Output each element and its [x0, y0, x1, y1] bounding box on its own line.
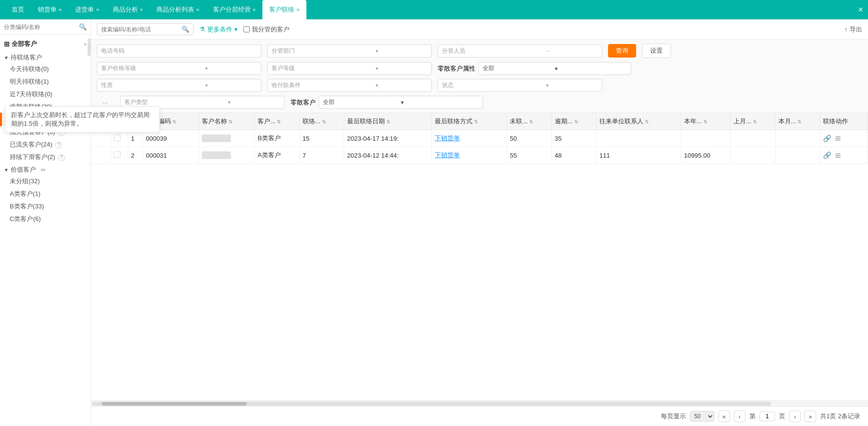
link-icon-1[interactable]: 🔗 — [823, 134, 831, 142]
next-page-btn[interactable]: › — [789, 411, 801, 422]
sidebar-search-icon[interactable]: 🔍 — [79, 23, 87, 30]
sidebar-item-declining[interactable]: 持续下滑客户(2) ? — [0, 151, 91, 163]
main-search-input[interactable] — [101, 26, 182, 33]
col-contact[interactable]: 联络... ⇅ — [299, 113, 344, 130]
sort-last-month[interactable]: ⇅ — [753, 119, 757, 124]
sort-type[interactable]: ⇅ — [277, 119, 281, 124]
filter-nature[interactable]: 性质 ▾ — [97, 79, 261, 92]
setting-btn[interactable]: 设置 — [642, 44, 671, 58]
filter-customer-type-label: 客户类型 — [124, 98, 176, 106]
nav-purchase-label: 进货单 — [75, 5, 94, 14]
col-last-method[interactable]: 最后联络方式 ⇅ — [432, 113, 507, 130]
sidebar-item-7days[interactable]: 近7天待联络(0) — [0, 88, 91, 101]
page-size-select[interactable]: 50 100 — [690, 411, 715, 422]
nav-product-analysis[interactable]: 商品分析 × — [106, 0, 150, 19]
col-this-year[interactable]: 本年... ⇅ — [681, 113, 731, 130]
sidebar-item-class-a[interactable]: A类客户(1) — [0, 188, 91, 200]
grid-action-icon-2[interactable]: ⊞ — [835, 151, 841, 159]
edit-icon-value[interactable]: ✏ — [41, 166, 46, 174]
filter-scatter-attr-value: 全部 — [483, 64, 555, 73]
filter-person[interactable]: 分管人员 ··· — [438, 44, 602, 58]
link-icon-2[interactable]: 🔗 — [823, 151, 831, 159]
nav-product-list-close[interactable]: × — [196, 7, 199, 13]
nav-customer-tier-close[interactable]: × — [253, 7, 256, 13]
sidebar-item-today[interactable]: 今天待联络(0) — [0, 63, 91, 75]
filter-price-level[interactable]: 客户价格等级 ▾ — [97, 62, 261, 75]
row-checkbox-1[interactable] — [114, 134, 121, 141]
sort-last-method[interactable]: ⇅ — [474, 119, 478, 124]
last-method-link-1[interactable]: 下销货单 — [435, 134, 460, 142]
sidebar-item-class-c[interactable]: C类客户(6) — [0, 213, 91, 225]
filter-rows-area: 电话号码 分管部门 ▾ 分管人员 ··· 查询 设置 — [91, 40, 868, 113]
col-contact-person[interactable]: 往来单位联系人 ⇅ — [596, 113, 681, 130]
main-search-icon[interactable]: 🔍 — [182, 26, 189, 33]
grid-action-icon-1[interactable]: ⊞ — [835, 134, 841, 142]
sidebar-search-input[interactable] — [4, 24, 77, 30]
sort-contact[interactable]: ⇅ — [322, 119, 326, 124]
prev-page-btn[interactable]: ‹ — [734, 411, 746, 422]
sort-overdue[interactable]: ⇅ — [574, 119, 578, 124]
cell-last-method-1[interactable]: 下销货单 — [432, 130, 507, 147]
first-page-btn[interactable]: « — [718, 411, 730, 422]
cell-last-method-2[interactable]: 下销货单 — [432, 147, 507, 164]
col-last-date[interactable]: 最后联络日期 ⇅ — [344, 113, 432, 130]
col-type[interactable]: 客户... ⇅ — [255, 113, 299, 130]
info-icon-declining[interactable]: ? — [58, 154, 65, 161]
sidebar-collapse-btn[interactable]: » — [88, 39, 91, 56]
filter-scatter-attr-select[interactable]: 全部 ▾ — [478, 62, 631, 75]
scroll-thumb[interactable] — [102, 402, 247, 406]
page-number-input[interactable] — [760, 411, 775, 421]
col-last-month[interactable]: 上月... ⇅ — [731, 113, 775, 130]
filter-scatter-customer-select[interactable]: 全部 ▾ — [319, 96, 483, 109]
col-uncontacted[interactable]: 未联... ⇅ — [507, 113, 551, 130]
nav-customer-contact-close[interactable]: × — [296, 7, 299, 13]
sidebar-item-class-b[interactable]: B类客户(33) — [0, 200, 91, 213]
my-customer-checkbox[interactable] — [244, 26, 250, 32]
sort-this-month[interactable]: ⇅ — [797, 119, 801, 124]
sidebar-section-pending[interactable]: ▼ 待联络客户 — [0, 51, 91, 63]
nav-customer-tier[interactable]: 客户分层经营 × — [206, 0, 262, 19]
sort-uncontacted[interactable]: ⇅ — [529, 119, 533, 124]
nav-purchase[interactable]: 进货单 × — [68, 0, 106, 19]
col-type-label: 客户... — [258, 117, 275, 126]
nav-purchase-close[interactable]: × — [96, 7, 99, 13]
nav-product-analysis-close[interactable]: × — [140, 7, 143, 13]
nav-product-list[interactable]: 商品分析列表 × — [150, 0, 206, 19]
filter-dept[interactable]: 分管部门 ▾ — [267, 44, 432, 58]
more-conditions-btn[interactable]: ⚗ 更多条件 ▾ — [199, 25, 238, 34]
nav-customer-contact[interactable]: 客户联络 × — [262, 0, 306, 19]
row-checkbox-2[interactable] — [114, 151, 121, 158]
window-close-btn[interactable]: × — [858, 5, 863, 15]
col-this-month[interactable]: 本月... ⇅ — [775, 113, 820, 130]
filter-payment[interactable]: 收付款条件 ▾ — [267, 79, 432, 92]
filter-row-2: 客户价格等级 ▾ 客户等级 ▾ 零散客户属性 全部 ▾ — [97, 62, 862, 75]
horizontal-scrollbar[interactable] — [91, 400, 868, 406]
export-btn[interactable]: ↑ 导出 — [845, 25, 863, 34]
last-method-link-2[interactable]: 下销货单 — [435, 151, 460, 159]
cell-name-1 — [198, 130, 254, 147]
query-btn[interactable]: 查询 — [608, 44, 636, 58]
sort-code[interactable]: ⇅ — [172, 119, 176, 124]
dots-more-filters[interactable]: ··· — [101, 99, 110, 106]
sidebar-item-unclassified[interactable]: 未分组(32) — [0, 175, 91, 188]
sidebar-item-tomorrow[interactable]: 明天待联络(1) — [0, 75, 91, 88]
info-icon-churned[interactable]: ? — [55, 142, 62, 148]
col-name[interactable]: 客户名称 ⇅ — [198, 113, 254, 130]
filter-status[interactable]: 状态 ▾ — [438, 79, 602, 92]
sort-this-year[interactable]: ⇅ — [703, 119, 707, 124]
sort-name[interactable]: ⇅ — [228, 119, 232, 124]
nav-sales-close[interactable]: × — [59, 7, 61, 13]
filter-phone[interactable]: 电话号码 — [97, 44, 261, 58]
sidebar-section-value[interactable]: ▼ 价值客户 ✏ — [0, 163, 91, 175]
nav-home[interactable]: 首页 — [5, 0, 31, 19]
sidebar-item-churned[interactable]: 已流失客户(24) ? — [0, 138, 91, 151]
nav-sales[interactable]: 销货单 × — [31, 0, 68, 19]
cell-overdue-2: 48 — [551, 147, 596, 164]
sort-contact-person[interactable]: ⇅ — [645, 119, 649, 124]
last-page-btn[interactable]: » — [805, 411, 816, 422]
sidebar-root-all-customers[interactable]: ⊞ 全部客户 « — [0, 37, 91, 51]
col-overdue[interactable]: 逾期... ⇅ — [551, 113, 596, 130]
sort-last-date[interactable]: ⇅ — [386, 119, 390, 124]
dots-person[interactable]: ··· — [543, 47, 598, 54]
filter-customer-level[interactable]: 客户等级 ▾ — [267, 62, 432, 75]
